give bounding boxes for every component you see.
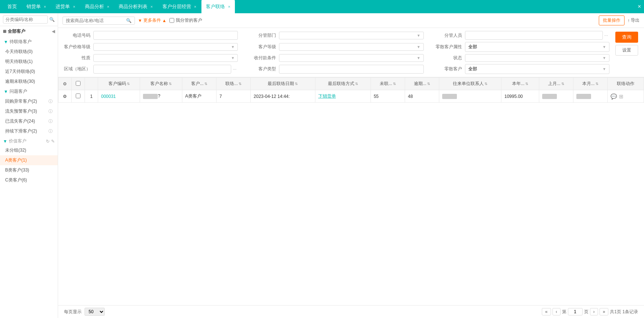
info-icon[interactable]: ⓘ <box>49 119 53 124</box>
region-ellipsis-icon[interactable]: ··· <box>231 67 238 72</box>
col-year-amount[interactable]: 本年...⇅ <box>501 78 539 90</box>
next-page-btn[interactable]: › <box>590 308 598 315</box>
last-page-btn[interactable]: » <box>600 308 609 315</box>
col-overdue[interactable]: 逾期...⇅ <box>405 78 439 90</box>
sidebar-search-input[interactable] <box>3 15 48 24</box>
col-last-date[interactable]: 最后联络日期⇅ <box>251 78 315 90</box>
col-contacts[interactable]: 往来单位联系人⇅ <box>439 78 501 90</box>
retail-attr-arrow: ▼ <box>602 45 606 49</box>
nav-tab-进货单[interactable]: 进货单× <box>51 0 79 13</box>
sidebar-search-icon[interactable]: 🔍 <box>49 17 55 22</box>
value-refresh-icon[interactable]: ↻ <box>46 139 50 144</box>
row-checkbox[interactable] <box>76 93 80 98</box>
phone-input[interactable] <box>93 31 238 40</box>
first-page-btn[interactable]: « <box>542 308 551 315</box>
close-tab-icon[interactable]: × <box>194 4 196 9</box>
prev-page-btn[interactable]: ‹ <box>552 308 561 315</box>
sidebar-item-value[interactable]: B类客户(33) <box>0 165 58 175</box>
page-label: 第 <box>562 309 566 315</box>
close-tab-icon[interactable]: × <box>107 4 109 9</box>
nature-select[interactable]: ▼ <box>93 54 238 62</box>
close-tab-icon[interactable]: × <box>44 4 46 9</box>
row-check[interactable] <box>72 90 85 103</box>
person-input[interactable] <box>465 31 603 40</box>
close-tab-icon[interactable]: × <box>73 4 75 9</box>
region-field: 区域（地区） ··· <box>64 65 238 74</box>
all-customers-header[interactable]: ⊞ 全部客户 ◀ <box>0 26 58 37</box>
nav-tab-销货单[interactable]: 销货单× <box>22 0 50 13</box>
retail-attr-select[interactable]: 全部 ▼ <box>465 42 609 52</box>
col-code[interactable]: 客户编码⇅ <box>98 78 140 90</box>
collapse-icon: ◀ <box>52 29 55 34</box>
detail-icon[interactable]: ⊞ <box>619 93 623 99</box>
nav-tab-客户联络[interactable]: 客户联络× <box>201 0 235 13</box>
col-gear[interactable]: ⚙ <box>58 78 72 90</box>
info-icon[interactable]: ⓘ <box>49 109 53 114</box>
my-customers-check[interactable] <box>169 18 174 23</box>
info-icon[interactable]: ⓘ <box>49 99 53 104</box>
row-gear[interactable]: ⚙ <box>58 90 72 103</box>
sidebar-item-pending[interactable]: 近7天待联络(0) <box>0 67 58 77</box>
sidebar-item-problem[interactable]: 流失预警客户(3)ⓘ <box>0 106 58 116</box>
close-all-btn[interactable]: × <box>638 3 641 10</box>
select-all-checkbox[interactable] <box>76 81 80 86</box>
price-grade-select[interactable]: ▼ <box>93 43 238 51</box>
payment-select[interactable]: ▼ <box>279 54 423 62</box>
nav-tab-首页[interactable]: 首页 <box>3 0 21 13</box>
close-tab-icon[interactable]: × <box>228 4 230 9</box>
col-last-month[interactable]: 上月...⇅ <box>539 78 573 90</box>
col-type[interactable]: 客户...⇅ <box>182 78 216 90</box>
pending-contact-group: ▼ 待联络客户 <box>0 37 58 47</box>
retail-cust-select[interactable]: 全部 ▼ <box>465 64 609 74</box>
region-input[interactable] <box>93 65 231 74</box>
col-check[interactable] <box>72 78 85 90</box>
row-code[interactable]: 000031 <box>98 90 140 103</box>
dept-select[interactable]: ▼ <box>279 32 423 39</box>
col-this-month[interactable]: 本月...⇅ <box>573 78 607 90</box>
phone-field: 电话号码 <box>64 31 238 40</box>
close-tab-icon[interactable]: × <box>150 4 153 9</box>
status-select[interactable]: ▼ <box>465 54 609 62</box>
person-ellipsis-icon[interactable]: ··· <box>603 33 609 38</box>
page-unit-label: 页 <box>584 309 588 315</box>
sidebar-item-pending[interactable]: 今天待联络(0) <box>0 47 58 57</box>
value-edit-icon[interactable]: ✎ <box>51 139 55 144</box>
query-btn[interactable]: 查询 <box>615 32 638 43</box>
sidebar-item-value[interactable]: A类客户(1) <box>0 155 58 165</box>
sidebar-item-pending[interactable]: 明天待联络(1) <box>0 57 58 67</box>
export-btn[interactable]: ↑ 导出 <box>627 17 640 24</box>
sidebar-item-problem[interactable]: 持续下滑客户(2)ⓘ <box>0 126 58 136</box>
more-filters-btn[interactable]: ▼ 更多条件 ▲ <box>138 17 167 24</box>
search-icon[interactable]: 🔍 <box>126 18 132 23</box>
page-number-input[interactable] <box>568 308 583 315</box>
payment-field: 收付款条件 ▼ <box>250 54 423 62</box>
batch-op-btn[interactable]: 批量操作 <box>599 15 625 25</box>
col-contact-count[interactable]: 联络...⇅ <box>216 78 250 90</box>
sidebar-item-value[interactable]: C类客户(6) <box>0 175 58 185</box>
nav-tab-商品分析列表[interactable]: 商品分析列表× <box>114 0 157 13</box>
table-header-row: ⚙ 客户编码⇅ 客户名称⇅ 客户...⇅ 联络...⇅ 最后联络日期⇅ 最后联络… <box>58 78 644 90</box>
contact-icon[interactable]: 💬 <box>611 93 617 99</box>
pagination: « ‹ 第 页 › » 共1页 1条记录 <box>542 308 638 315</box>
sidebar-item-value[interactable]: 未分组(32) <box>0 145 58 155</box>
row-last-method[interactable]: 下销货单 <box>315 90 371 103</box>
sidebar-item-pending[interactable]: 逾期未联络(30) <box>0 77 58 86</box>
info-icon[interactable]: ⓘ <box>49 128 53 134</box>
col-uncontacted[interactable]: 未联...⇅ <box>371 78 405 90</box>
col-name[interactable]: 客户名称⇅ <box>140 78 182 90</box>
col-last-method[interactable]: 最后联络方式⇅ <box>315 78 371 90</box>
nav-tab-商品分析[interactable]: 商品分析× <box>80 0 114 13</box>
search-input[interactable] <box>66 18 125 23</box>
setting-btn[interactable]: 设置 <box>615 45 638 56</box>
sidebar-item-problem[interactable]: 已流失客户(24)ⓘ <box>0 116 58 126</box>
cust-grade-select[interactable]: ▼ <box>279 43 423 51</box>
retail-cust-arrow: ▼ <box>602 67 606 71</box>
cust-type-input[interactable] <box>279 65 423 74</box>
page-size-select[interactable]: 50 100 200 <box>85 308 105 316</box>
sidebar-search-bar: 🔍 <box>0 13 58 26</box>
sidebar-item-problem[interactable]: 回购异常客户(2)ⓘ <box>0 96 58 106</box>
customer-table: ⚙ 客户编码⇅ 客户名称⇅ 客户...⇅ 联络...⇅ 最后联络日期⇅ 最后联络… <box>58 77 644 103</box>
problem-customers-group: ▼ 问题客户 <box>0 86 58 96</box>
nav-tab-客户分层经营[interactable]: 客户分层经营× <box>158 0 201 13</box>
my-customers-checkbox[interactable]: 我分管的客户 <box>169 17 202 24</box>
